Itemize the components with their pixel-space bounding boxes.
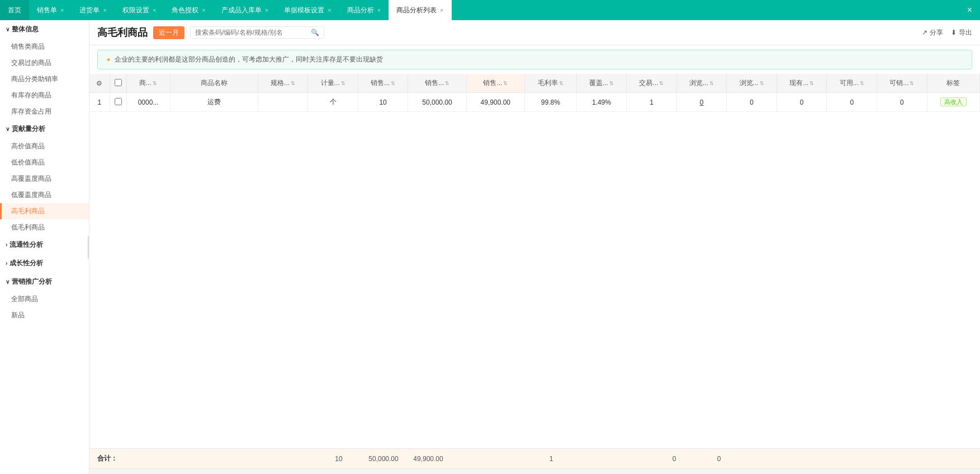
export-button[interactable]: ⬇ 导出 — [951, 28, 972, 37]
row-browse1[interactable]: 0 — [676, 93, 727, 112]
nav-sales-order[interactable]: 销售单 × — [29, 0, 72, 20]
arrow-contribution: ∨ — [6, 126, 10, 132]
col-code[interactable]: 商... ⇅ — [126, 74, 170, 93]
sidebar-item-low-value[interactable]: 低价值商品 — [0, 154, 89, 171]
sidebar-item-stock-capital[interactable]: 库存资金占用 — [0, 104, 89, 120]
sidebar-group-growth[interactable]: › 成长性分析 — [0, 254, 89, 273]
col-browse2[interactable]: 浏览... ⇅ — [727, 74, 777, 93]
sidebar-group-marketing[interactable]: ∨ 营销推广分析 — [0, 273, 89, 291]
sidebar-item-low-margin[interactable]: 低毛利商品 — [0, 219, 89, 236]
bottom-scrollbar[interactable] — [89, 468, 980, 474]
nav-role-auth[interactable]: 角色授权 × — [164, 0, 213, 20]
sort-available-icon: ⇅ — [860, 81, 864, 86]
arrow-liquidity: › — [6, 242, 7, 248]
content-area: 高毛利商品 近一月 🔍 ↗ 分享 ⬇ 导出 ✦ 企业的主要的利润都是这部分商品创… — [89, 20, 980, 474]
row-tag: 高收入 — [927, 93, 979, 112]
total-label: 合计： — [97, 454, 117, 463]
sort-saleable-icon: ⇅ — [910, 81, 914, 86]
close-product-inbound[interactable]: × — [265, 7, 268, 13]
nav-product-inbound[interactable]: 产成品入库单 × — [214, 0, 276, 20]
close-template-settings[interactable]: × — [328, 7, 331, 13]
col-name[interactable]: 商品名称 — [170, 74, 258, 93]
close-purchase-order[interactable]: × — [103, 7, 106, 13]
sort-browse2-icon: ⇅ — [760, 81, 764, 86]
sort-sales1-icon: ⇅ — [391, 81, 395, 86]
content-header: 高毛利商品 近一月 🔍 ↗ 分享 ⬇ 导出 — [89, 20, 980, 45]
sidebar: « ∨ 整体信息 销售类商品 交易过的商品 商品分类助销率 有库存的商品 库存资… — [0, 20, 89, 474]
export-icon: ⬇ — [951, 29, 957, 36]
col-browse1[interactable]: 浏览... ⇅ — [676, 74, 727, 93]
row-current: 0 — [777, 93, 827, 112]
select-all-checkbox[interactable] — [115, 79, 122, 86]
search-input[interactable] — [195, 29, 309, 36]
sidebar-item-high-coverage[interactable]: 高覆盖度商品 — [0, 171, 89, 187]
nav-template-settings[interactable]: 单据模板设置 × — [276, 0, 339, 20]
col-settings[interactable]: ⚙ — [89, 74, 110, 93]
search-icon[interactable]: 🔍 — [311, 29, 319, 36]
search-box[interactable]: 🔍 — [190, 26, 324, 39]
close-product-analysis-list[interactable]: × — [440, 7, 443, 13]
sort-sales3-icon: ⇅ — [503, 81, 508, 86]
main-layout: « ∨ 整体信息 销售类商品 交易过的商品 商品分类助销率 有库存的商品 库存资… — [0, 20, 980, 474]
close-product-analysis[interactable]: × — [377, 7, 381, 13]
row-spec — [258, 93, 308, 112]
sidebar-collapse-btn[interactable]: « — [88, 236, 89, 259]
browse1-link[interactable]: 0 — [700, 98, 704, 106]
col-unit[interactable]: 计量... ⇅ — [308, 74, 358, 93]
table-footer: 合计： 10 50,000.00 49,900.00 1 0 0 — [89, 448, 980, 468]
nav-product-analysis[interactable]: 商品分析 × — [339, 0, 389, 20]
row-browse2: 0 — [727, 93, 777, 112]
nav-permissions[interactable]: 权限设置 × — [115, 0, 164, 20]
col-coverage[interactable]: 覆盖... ⇅ — [576, 74, 627, 93]
sidebar-item-sales-goods[interactable]: 销售类商品 — [0, 39, 89, 55]
table-header-row: ⚙ 商... ⇅ 商品名称 — [89, 74, 980, 93]
col-saleable[interactable]: 可销... ⇅ — [877, 74, 927, 93]
sidebar-item-all-goods[interactable]: 全部商品 — [0, 291, 89, 307]
filter-recent-month[interactable]: 近一月 — [153, 26, 184, 39]
sidebar-item-in-stock[interactable]: 有库存的商品 — [0, 87, 89, 104]
arrow-marketing: ∨ — [6, 279, 10, 285]
sidebar-item-low-coverage[interactable]: 低覆盖度商品 — [0, 187, 89, 203]
sidebar-group-contribution[interactable]: ∨ 贡献量分析 — [0, 120, 89, 138]
close-all-tabs[interactable]: × — [959, 0, 980, 20]
footer-sales1: 10 — [316, 455, 361, 463]
nav-home[interactable]: 首页 — [0, 0, 29, 20]
sidebar-item-high-margin[interactable]: 高毛利商品 — [0, 203, 89, 219]
sidebar-item-high-value[interactable]: 高价值商品 — [0, 138, 89, 154]
col-sales1[interactable]: 销售... ⇅ — [358, 74, 408, 93]
share-button[interactable]: ↗ 分享 — [922, 28, 943, 37]
close-sales-order[interactable]: × — [60, 7, 64, 13]
col-sales3[interactable]: 销售... ⇅ — [466, 74, 524, 93]
row-index: 1 — [89, 93, 110, 112]
col-current[interactable]: 现有... ⇅ — [777, 74, 827, 93]
close-permissions[interactable]: × — [153, 7, 156, 13]
sidebar-group-liquidity[interactable]: › 流通性分析 — [0, 236, 89, 254]
sort-transaction-icon: ⇅ — [659, 81, 664, 86]
col-gross-rate[interactable]: 毛利率 ⇅ — [524, 74, 576, 93]
sort-code-icon: ⇅ — [153, 81, 157, 86]
footer-sales2: 50,000.00 — [361, 455, 406, 463]
col-spec[interactable]: 规格... ⇅ — [258, 74, 308, 93]
row-code: 0000... — [126, 93, 170, 112]
close-role-auth[interactable]: × — [202, 7, 205, 13]
row-available: 0 — [827, 93, 877, 112]
settings-icon[interactable]: ⚙ — [96, 79, 102, 87]
col-tag[interactable]: 标签 — [927, 74, 979, 93]
col-transaction[interactable]: 交易... ⇅ — [627, 74, 677, 93]
nav-purchase-order[interactable]: 进货单 × — [72, 0, 114, 20]
table-wrapper: ⚙ 商... ⇅ 商品名称 — [89, 74, 980, 448]
header-actions: ↗ 分享 ⬇ 导出 — [922, 28, 972, 37]
sidebar-group-overall[interactable]: ∨ 整体信息 — [0, 20, 89, 39]
sidebar-item-new-products[interactable]: 新品 — [0, 307, 89, 323]
col-sales2[interactable]: 销售... ⇅ — [408, 74, 466, 93]
sidebar-item-category-rate[interactable]: 商品分类助销率 — [0, 71, 89, 87]
row-name: 运费 — [170, 93, 258, 112]
row-sales2: 50,000.00 — [408, 93, 466, 112]
col-available[interactable]: 可用... ⇅ — [827, 74, 877, 93]
sort-coverage-icon: ⇅ — [609, 81, 614, 86]
nav-product-analysis-list[interactable]: 商品分析列表 × — [389, 0, 451, 20]
sidebar-item-traded-goods[interactable]: 交易过的商品 — [0, 55, 89, 71]
row-checkbox[interactable] — [115, 98, 122, 105]
col-checkbox — [110, 74, 126, 93]
sort-spec-icon: ⇅ — [291, 81, 295, 86]
